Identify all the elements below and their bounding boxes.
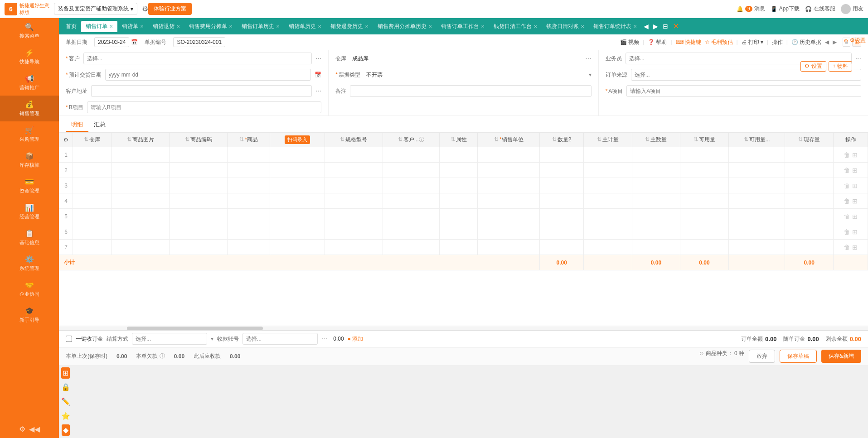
row-code-7[interactable] [170, 240, 228, 255]
tab-close-sales-invoice[interactable]: ✕ [140, 24, 144, 29]
col-warehouse[interactable]: ⇅仓库 [73, 133, 112, 147]
row-delete-icon-6[interactable]: 🗑 [844, 228, 850, 236]
operations-action[interactable]: 操作 [772, 39, 783, 46]
system-selector[interactable]: 装备及固定资产辅助管理系统 ▾ [54, 3, 137, 15]
tab-return-history[interactable]: 销货退货历史 ✕ [326, 21, 373, 32]
row-attribute-4[interactable] [439, 193, 478, 209]
row-spec-6[interactable] [325, 224, 383, 240]
row-main-qty-1[interactable] [632, 147, 680, 163]
row-attribute-2[interactable] [439, 163, 478, 178]
row-attribute-6[interactable] [439, 224, 478, 240]
row-unit-6[interactable] [478, 224, 540, 240]
row-image-3[interactable] [111, 178, 169, 193]
tab-daily-reconcile[interactable]: 钱货日清对账 ✕ [542, 21, 589, 32]
row-product-5[interactable] [228, 209, 270, 224]
industry-btn[interactable]: 体验行业方案 [148, 3, 192, 15]
date-field[interactable]: 2023-03-24 📅 [94, 37, 138, 47]
tab-prev-btn[interactable]: ◀ [641, 22, 651, 31]
calendar-icon[interactable]: 📅 [131, 39, 138, 45]
a-project-input[interactable] [626, 85, 861, 97]
row-stock-4[interactable] [785, 193, 834, 209]
row-available2-3[interactable] [728, 178, 785, 193]
col-customer-code[interactable]: ⇅客户...ⓘ [383, 133, 439, 147]
tab-next-btn[interactable]: ▶ [651, 22, 660, 31]
row-product-2[interactable] [228, 163, 270, 178]
row-qty2-6[interactable] [540, 224, 584, 240]
row-qty2-1[interactable] [540, 147, 584, 163]
nav-next-icon[interactable]: ▶ [833, 39, 837, 45]
tab-close-sales-expense[interactable]: ✕ [229, 24, 233, 29]
sidebar-item-operations[interactable]: 📊 经营管理 [0, 199, 59, 225]
row-spec-2[interactable] [325, 163, 383, 178]
col-spec[interactable]: ⇅规格型号 [325, 133, 383, 147]
row-copy-icon-7[interactable]: ⊞ [852, 244, 858, 251]
col-product[interactable]: ⇅*商品 [228, 133, 270, 147]
tab-home[interactable]: 首页 [61, 21, 81, 32]
address-more-btn[interactable]: ··· [315, 87, 321, 95]
staff-more-btn[interactable]: ··· [855, 54, 861, 63]
discard-btn[interactable]: 放弃 [749, 350, 775, 363]
row-image-1[interactable] [111, 147, 169, 163]
row-main-qty-5[interactable] [632, 209, 680, 224]
tab-sales-expense[interactable]: 销售费用分摊单 ✕ [184, 21, 237, 32]
col-attribute[interactable]: ⇅属性 [439, 133, 478, 147]
row-delete-icon-5[interactable]: 🗑 [844, 213, 850, 220]
product-count-icon[interactable]: ⊙ [699, 350, 704, 356]
row-unit-5[interactable] [478, 209, 540, 224]
tab-daily-workbench[interactable]: 钱货日清工作台 ✕ [489, 21, 542, 32]
tab-close-order-history[interactable]: ✕ [276, 24, 280, 29]
row-spec-7[interactable] [325, 240, 383, 255]
row-warehouse-3[interactable] [73, 178, 112, 193]
sidebar-item-quick-nav[interactable]: ⚡ 快捷导航 [0, 44, 59, 70]
tab-close-daily-workbench[interactable]: ✕ [533, 24, 537, 29]
row-main-unit-6[interactable] [584, 224, 632, 240]
row-stock-7[interactable] [785, 240, 834, 255]
row-product-1[interactable] [228, 147, 270, 163]
history-action[interactable]: 🕐 历史单据 [791, 39, 821, 46]
row-stock-2[interactable] [785, 163, 834, 178]
tab-sales-order[interactable]: 销售订单 ✕ [81, 21, 117, 32]
tab-close-invoice-history[interactable]: ✕ [318, 24, 321, 29]
tab-sales-invoice[interactable]: 销货单 ✕ [117, 21, 148, 32]
row-attribute-5[interactable] [439, 209, 478, 224]
help-action[interactable]: ❓ 帮助 [648, 39, 667, 46]
sidebar-item-purchase[interactable]: 🛒 采购管理 [0, 121, 59, 147]
row-unit-1[interactable] [478, 147, 540, 163]
row-copy-icon-3[interactable]: ⊞ [852, 182, 858, 189]
row-warehouse-6[interactable] [73, 224, 112, 240]
row-image-4[interactable] [111, 193, 169, 209]
row-delete-icon-7[interactable]: 🗑 [844, 244, 850, 251]
tab-close-return-history[interactable]: ✕ [365, 24, 369, 29]
tab-sales-order-history[interactable]: 销售订单历史 ✕ [237, 21, 284, 32]
row-attribute-1[interactable] [439, 147, 478, 163]
col-stock[interactable]: ⇅现存量 [785, 133, 834, 147]
row-available-5[interactable] [680, 209, 729, 224]
row-copy-icon-4[interactable]: ⊞ [852, 197, 858, 205]
row-code-4[interactable] [170, 193, 228, 209]
row-spec-3[interactable] [325, 178, 383, 193]
tab-close-all-btn[interactable]: ✕ [670, 20, 682, 32]
row-code-3[interactable] [170, 178, 228, 193]
row-customer-code-4[interactable] [383, 193, 439, 209]
tab-more-btn[interactable]: ⊟ [660, 22, 670, 31]
row-unit-2[interactable] [478, 163, 540, 178]
delivery-calendar-icon[interactable]: 📅 [315, 72, 321, 78]
row-customer-code-5[interactable] [383, 209, 439, 224]
row-main-qty-6[interactable] [632, 224, 680, 240]
row-image-5[interactable] [111, 209, 169, 224]
tab-close-sales-return[interactable]: ✕ [176, 24, 180, 29]
row-delete-icon-1[interactable]: 🗑 [844, 151, 850, 159]
customer-input[interactable] [83, 53, 312, 64]
row-copy-icon-5[interactable]: ⊞ [852, 213, 858, 220]
row-warehouse-4[interactable] [73, 193, 112, 209]
row-main-qty-3[interactable] [632, 178, 680, 193]
table-scrollbar[interactable] [59, 326, 868, 330]
b-project-input[interactable] [87, 101, 322, 113]
tab-close-daily-reconcile[interactable]: ✕ [581, 24, 584, 29]
row-customer-code-6[interactable] [383, 224, 439, 240]
payment-chevron-icon[interactable]: ▾ [211, 336, 213, 342]
row-available-2[interactable] [680, 163, 729, 178]
row-spec-4[interactable] [325, 193, 383, 209]
row-available2-5[interactable] [728, 209, 785, 224]
sidebar-item-search[interactable]: 🔍 搜索菜单 [0, 18, 59, 44]
